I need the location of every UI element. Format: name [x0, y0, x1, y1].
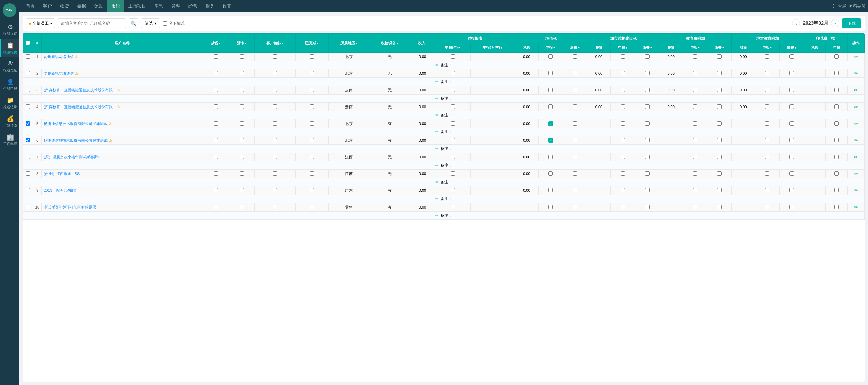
client-name[interactable]: (库存核算）直播畅捷通信息技术股份有限...⚠	[42, 86, 203, 95]
sidebar-item-baoshujilu[interactable]: 📁 报税记录	[0, 94, 19, 112]
confirm-checkbox[interactable]	[273, 171, 277, 176]
chaosui-checkbox[interactable]	[214, 155, 218, 159]
employee-filter-select[interactable]: ■ 全部员工 ▾	[26, 18, 55, 28]
zz-report-checkbox[interactable]	[548, 155, 553, 159]
nav-fees[interactable]: 收费	[56, 0, 73, 12]
zz-pay-checkbox[interactable]	[573, 188, 577, 192]
row-checkbox[interactable]	[26, 171, 30, 176]
csw-report-checkbox[interactable]	[621, 54, 625, 59]
local-pay-checkbox[interactable]	[789, 205, 794, 209]
zz-report-checked[interactable]: ✓	[548, 121, 553, 126]
edit-button[interactable]: ✏	[848, 86, 865, 95]
zz-pay-checkbox[interactable]	[573, 171, 577, 176]
client-name[interactable]: 2013（陶美芳勿删）	[42, 186, 203, 195]
zz-report-checkbox[interactable]	[548, 71, 553, 75]
cw-year-checkbox[interactable]	[451, 171, 455, 176]
zz-report-checkbox[interactable]	[548, 88, 553, 92]
client-name[interactable]: (原）误删勿改李艳华测试斯赛斯1	[42, 153, 203, 161]
client-name[interactable]: 畅捷通信息技术股份有限公司民非测试⚠	[42, 136, 203, 145]
search-input[interactable]	[58, 18, 126, 28]
done-checkbox[interactable]	[310, 155, 314, 159]
sidebar-item-huisuanqingjiao[interactable]: 💰 汇算清缴	[0, 112, 19, 131]
zz-pay-checkbox[interactable]	[573, 205, 577, 209]
nav-clients[interactable]: 客户	[39, 0, 56, 12]
local-pay-checkbox[interactable]	[789, 104, 794, 109]
local-report-checkbox[interactable]	[765, 121, 769, 126]
client-name[interactable]: 勿删新锐网络通信⚠	[42, 53, 203, 61]
sidebar-item-baoshuilan[interactable]: 👁 报税览见	[0, 57, 19, 75]
edu-report-checkbox[interactable]	[693, 155, 697, 159]
confirm-checkbox[interactable]	[273, 88, 277, 92]
done-checkbox[interactable]	[310, 188, 314, 192]
csw-pay-checkbox[interactable]	[645, 155, 650, 159]
done-checkbox[interactable]	[310, 104, 314, 109]
local-report-checkbox[interactable]	[765, 138, 769, 142]
nav-invoices[interactable]: 票据	[73, 0, 90, 12]
cw-year-checkbox[interactable]	[451, 155, 455, 159]
zz-pay-checkbox[interactable]	[573, 138, 577, 142]
cw-year-checkbox[interactable]	[451, 138, 455, 142]
csw-report-checkbox[interactable]	[621, 138, 625, 142]
member-btn[interactable]: ▶稻会员	[849, 3, 865, 9]
nav-settings[interactable]: 设置	[218, 0, 236, 12]
chaosui-checkbox[interactable]	[214, 138, 218, 142]
row-checkbox[interactable]	[26, 138, 30, 142]
edu-report-checkbox[interactable]	[693, 104, 697, 109]
row-checkbox[interactable]	[26, 205, 30, 209]
yh-report-checkbox[interactable]	[834, 171, 839, 176]
csw-report-checkbox[interactable]	[621, 104, 625, 109]
qingka-checkbox[interactable]	[240, 155, 244, 159]
qingka-checkbox[interactable]	[240, 205, 244, 209]
yh-report-checkbox[interactable]	[834, 155, 839, 159]
client-name[interactable]: (勿删）江西股金-LSS	[42, 170, 203, 178]
zz-pay-checkbox[interactable]	[573, 121, 577, 126]
chaosui-checkbox[interactable]	[214, 188, 218, 192]
edu-report-checkbox[interactable]	[693, 205, 697, 209]
local-report-checkbox[interactable]	[765, 188, 769, 192]
chaosui-checkbox[interactable]	[214, 104, 218, 109]
row-checkbox[interactable]	[26, 104, 30, 109]
nav-tax[interactable]: 报税	[107, 0, 124, 12]
yh-report-checkbox[interactable]	[834, 205, 839, 209]
edit-button[interactable]: ✏	[848, 136, 865, 145]
local-pay-checkbox[interactable]	[789, 88, 794, 92]
confirm-checkbox[interactable]	[273, 54, 277, 59]
cw-year-checkbox[interactable]	[451, 205, 455, 209]
edit-button[interactable]: ✏	[848, 170, 865, 178]
edit-button[interactable]: ✏	[848, 186, 865, 195]
edu-pay-checkbox[interactable]	[717, 138, 722, 142]
edu-report-checkbox[interactable]	[693, 88, 697, 92]
qingka-checkbox[interactable]	[240, 88, 244, 92]
edu-pay-checkbox[interactable]	[717, 155, 722, 159]
cw-year-checkbox[interactable]	[451, 121, 455, 126]
done-checkbox[interactable]	[310, 138, 314, 142]
cw-year-checkbox[interactable]	[451, 88, 455, 92]
edu-report-checkbox[interactable]	[693, 138, 697, 142]
qingka-checkbox[interactable]	[240, 104, 244, 109]
edit-button[interactable]: ✏	[848, 153, 865, 161]
cw-year-checkbox[interactable]	[451, 71, 455, 75]
local-pay-checkbox[interactable]	[789, 171, 794, 176]
edit-button[interactable]: ✏	[848, 119, 865, 128]
local-report-checkbox[interactable]	[765, 155, 769, 159]
edu-pay-checkbox[interactable]	[717, 171, 722, 176]
edu-report-checkbox[interactable]	[693, 171, 697, 176]
row-checkbox[interactable]	[26, 121, 30, 126]
local-pay-checkbox[interactable]	[789, 138, 794, 142]
qingka-checkbox[interactable]	[240, 121, 244, 126]
sidebar-item-gongshangnianbao[interactable]: 🏢 工商年报	[0, 131, 19, 149]
zz-report-checkbox[interactable]	[548, 205, 553, 209]
edit-button[interactable]: ✏	[848, 53, 865, 61]
nav-business[interactable]: 工商项目	[124, 0, 150, 12]
qingka-checkbox[interactable]	[240, 71, 244, 75]
done-checkbox[interactable]	[310, 171, 314, 176]
edu-report-checkbox[interactable]	[693, 71, 697, 75]
prev-date-button[interactable]: ‹	[792, 19, 800, 27]
csw-report-checkbox[interactable]	[621, 71, 625, 75]
csw-pay-checkbox[interactable]	[645, 121, 650, 126]
zz-pay-checkbox[interactable]	[573, 104, 577, 109]
edit-button[interactable]: ✏	[848, 103, 865, 111]
local-pay-checkbox[interactable]	[789, 121, 794, 126]
zz-report-checkbox[interactable]	[548, 104, 553, 109]
fullscreen-btn[interactable]: ⛶ 全屏	[833, 3, 846, 9]
